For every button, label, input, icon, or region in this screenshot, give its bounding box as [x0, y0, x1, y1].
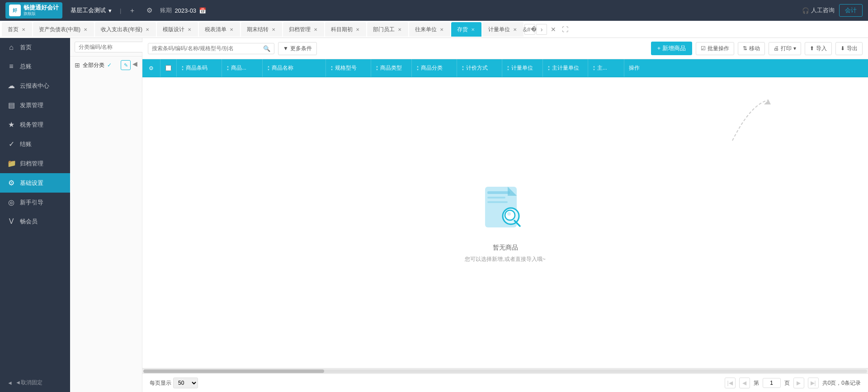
- product-search-input[interactable]: [152, 45, 260, 52]
- th-num[interactable]: ▲▼ 主...: [588, 59, 624, 77]
- th-pricing-method[interactable]: ▲▼ 计价方式: [457, 59, 502, 77]
- tab-partner-close[interactable]: ✕: [439, 27, 444, 33]
- tab-inventory[interactable]: 存货 ✕: [451, 22, 481, 37]
- tab-archive-close[interactable]: ✕: [313, 27, 318, 33]
- print-button[interactable]: 🖨 打印 ▾: [769, 42, 801, 55]
- tab-tax-close[interactable]: ✕: [229, 27, 234, 33]
- sidebar-item-basic[interactable]: ⚙ 基础设置: [0, 173, 70, 193]
- tab-unit-close[interactable]: ✕: [512, 27, 518, 33]
- th-product-code[interactable]: ▲▼ 商品...: [222, 59, 263, 77]
- tab-balance[interactable]: 资产负债表(中期) ✕: [33, 22, 94, 37]
- company-selector[interactable]: 基层工会测试 ▾: [67, 5, 115, 16]
- left-panel: 🔍 ⊞ 全部分类 ✓ ✎ ◀: [70, 38, 142, 392]
- tab-template[interactable]: 模版设计 ✕: [157, 22, 198, 37]
- add-product-button[interactable]: + 新增商品: [651, 42, 692, 55]
- first-page-button[interactable]: |◀: [725, 378, 736, 388]
- th-unit[interactable]: ▲▼ 计量单位: [502, 59, 543, 77]
- service-button[interactable]: 🎧 人工咨询: [802, 6, 835, 14]
- horizontal-scrollbar[interactable]: [142, 368, 868, 373]
- th-product-name[interactable]: ▲▼ 商品名称: [263, 59, 326, 77]
- page-size-select[interactable]: 20 50 100 200: [173, 378, 198, 388]
- tab-partner[interactable]: 往来单位 ✕: [409, 22, 450, 37]
- th-barcode[interactable]: ▲▼ 商品条码: [177, 59, 222, 77]
- prev-page-button[interactable]: ◀: [739, 378, 750, 388]
- tab-tax[interactable]: 税表清单 ✕: [199, 22, 240, 37]
- unpin-label: ◄取消固定: [15, 379, 42, 387]
- tab-subject[interactable]: 科目期初 ✕: [325, 22, 366, 37]
- tab-next-button[interactable]: ›: [536, 24, 547, 35]
- filter-button[interactable]: ▼ 更多条件: [278, 42, 317, 55]
- tab-expand-button[interactable]: ⛶: [560, 24, 571, 35]
- member-icon: V: [7, 217, 15, 226]
- search-box: 🔍: [148, 43, 274, 54]
- next-page-button[interactable]: ▶: [793, 378, 804, 388]
- dropdown-icon: ▾: [108, 7, 112, 14]
- sidebar-item-home[interactable]: ⌂ 首页: [0, 38, 70, 57]
- period-value: 2023-03: [175, 7, 196, 14]
- export-button[interactable]: ⬇ 导出: [835, 42, 863, 55]
- import-icon: ⬆: [810, 45, 814, 52]
- sidebar-item-basic-label: 基础设置: [20, 179, 43, 187]
- sidebar-item-tax[interactable]: ★ 税务管理: [0, 115, 70, 134]
- sidebar-item-tax-label: 税务管理: [20, 121, 43, 129]
- th-product-category[interactable]: ▲▼ 商品分类: [412, 59, 457, 77]
- closing-icon: ✓: [7, 140, 15, 148]
- content-area: 🔍 ⊞ 全部分类 ✓ ✎ ◀: [70, 38, 868, 392]
- th-main-unit[interactable]: ▲▼ 主计量单位: [543, 59, 588, 77]
- sidebar-item-member[interactable]: V 畅会员: [0, 212, 70, 231]
- settings-icon[interactable]: ⚙: [143, 4, 156, 17]
- sidebar-item-ledger[interactable]: ≡ 总账: [0, 57, 70, 76]
- calendar-icon[interactable]: 📅: [199, 7, 206, 14]
- sidebar-item-invoice[interactable]: ▤ 发票管理: [0, 95, 70, 115]
- sidebar-unpin-button[interactable]: ◄ ◄取消固定: [0, 373, 70, 392]
- import-button[interactable]: ⬆ 导入: [805, 42, 832, 55]
- tab-balance-close[interactable]: ✕: [83, 27, 88, 33]
- add-tab-button[interactable]: ＋: [126, 4, 138, 17]
- collapse-panel-button[interactable]: ◀: [132, 60, 137, 70]
- tab-home[interactable]: 首页 ✕: [2, 22, 32, 37]
- sidebar-item-archive[interactable]: 📁 归档管理: [0, 154, 70, 173]
- tab-department[interactable]: 部门员工 ✕: [367, 22, 408, 37]
- last-page-button[interactable]: ▶|: [808, 378, 819, 388]
- tab-inventory-close[interactable]: ✕: [470, 27, 476, 33]
- scrollbar-thumb[interactable]: [143, 369, 324, 373]
- tab-period-end[interactable]: 期末结转 ✕: [241, 22, 282, 37]
- sidebar-item-member-label: 畅会员: [20, 217, 38, 226]
- tab-prev-button[interactable]: &#�: [524, 24, 535, 35]
- page-prefix-label: 第: [754, 379, 759, 387]
- filter-icon: ▼: [283, 45, 288, 52]
- svg-rect-2: [487, 191, 510, 194]
- tab-unit[interactable]: 计量单位 ✕: [482, 22, 524, 37]
- batch-ops-button[interactable]: ☑ 批量操作: [696, 42, 734, 55]
- th-checkbox[interactable]: [160, 59, 177, 77]
- tab-subject-close[interactable]: ✕: [355, 27, 360, 33]
- th-spec[interactable]: ▲▼ 规格型号: [326, 59, 371, 77]
- account-button[interactable]: 会计: [839, 4, 863, 17]
- page-number-input[interactable]: [763, 378, 781, 388]
- sidebar-item-report[interactable]: ☁ 云报表中心: [0, 76, 70, 95]
- page-suffix-label: 页: [784, 379, 790, 387]
- sort-name-icon: ▲▼: [267, 65, 270, 71]
- tab-department-label: 部门员工: [373, 26, 395, 33]
- tab-pin-button[interactable]: ✕: [548, 24, 559, 35]
- search-icon[interactable]: 🔍: [263, 45, 270, 52]
- th-product-type[interactable]: ▲▼ 商品类型: [371, 59, 412, 77]
- tab-income-close[interactable]: ✕: [145, 27, 150, 33]
- th-settings[interactable]: ⚙: [142, 59, 160, 77]
- tab-income[interactable]: 收入支出表(年报) ✕: [95, 22, 156, 37]
- table-header: ⚙ ▲▼ 商品条码 ▲▼ 商品... ▲▼ 商品名称: [142, 59, 868, 77]
- category-search-input[interactable]: [75, 42, 151, 52]
- sidebar-item-guide[interactable]: ◎ 新手引导: [0, 193, 70, 212]
- tab-template-close[interactable]: ✕: [187, 27, 192, 33]
- logo-area[interactable]: 好 畅捷通好会计 旗舰版: [5, 2, 62, 19]
- tab-archive[interactable]: 归档管理 ✕: [283, 22, 324, 37]
- th-operations: 操作: [624, 59, 660, 77]
- move-button[interactable]: ⇅ 移动: [738, 42, 765, 55]
- sidebar-item-closing[interactable]: ✓ 结账: [0, 134, 70, 154]
- select-all-checkbox[interactable]: [165, 65, 171, 71]
- tab-period-end-close[interactable]: ✕: [271, 27, 276, 33]
- total-records-label: 共0页，0条记录: [822, 379, 861, 387]
- tab-department-close[interactable]: ✕: [397, 27, 402, 33]
- tab-home-close[interactable]: ✕: [21, 27, 26, 33]
- category-edit-button[interactable]: ✎: [121, 60, 131, 70]
